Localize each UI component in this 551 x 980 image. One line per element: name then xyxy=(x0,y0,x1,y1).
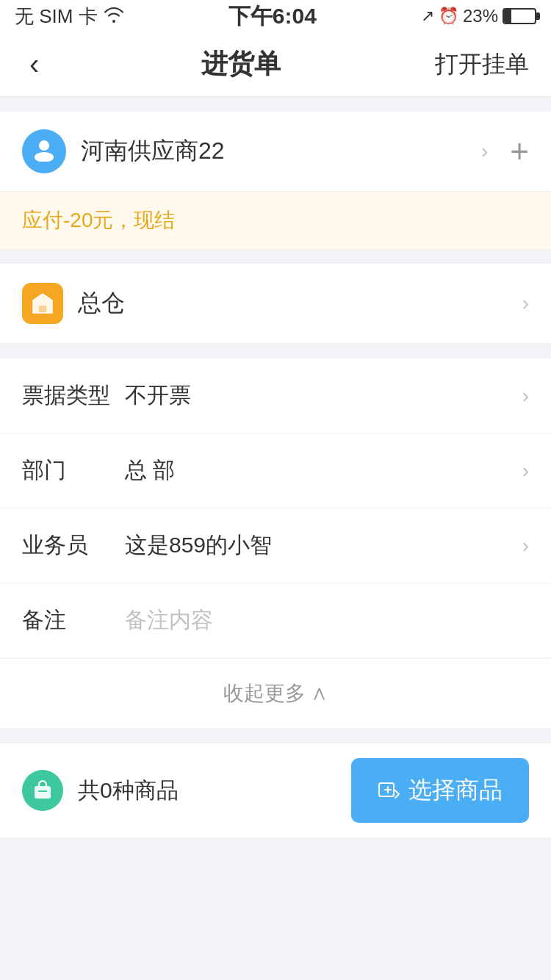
add-supplier-button[interactable]: + xyxy=(510,135,529,167)
salesperson-arrow-icon: › xyxy=(522,534,529,558)
select-product-button[interactable]: 选择商品 xyxy=(351,758,529,823)
section-divider-4 xyxy=(0,728,551,743)
department-value: 总 部 xyxy=(125,455,515,486)
open-pending-button[interactable]: 打开挂单 xyxy=(435,48,529,81)
section-divider-3 xyxy=(0,344,551,359)
remark-label: 备注 xyxy=(22,605,125,635)
department-arrow-icon: › xyxy=(522,459,529,483)
supplier-arrow-icon: › xyxy=(481,140,488,163)
warehouse-icon xyxy=(22,283,63,324)
remark-input[interactable]: 备注内容 xyxy=(125,605,529,635)
status-carrier: 无 SIM 卡 xyxy=(15,4,124,29)
product-bag-icon xyxy=(22,770,63,811)
nav-bar: ‹ 进货单 打开挂单 xyxy=(0,32,551,97)
select-product-label: 选择商品 xyxy=(408,774,503,807)
warehouse-section: 总仓 › xyxy=(0,264,551,344)
alarm-icon: ⏰ xyxy=(439,7,458,26)
status-bar: 无 SIM 卡 下午6:04 ↗ ⏰ 23% xyxy=(0,0,551,32)
warehouse-name: 总仓 xyxy=(78,287,522,320)
supplier-section: 河南供应商22 › + 应付-20元，现结 xyxy=(0,112,551,249)
warehouse-arrow-icon: › xyxy=(522,292,529,315)
salesperson-label: 业务员 xyxy=(22,530,125,561)
svg-rect-3 xyxy=(39,306,46,313)
invoice-type-label: 票据类型 xyxy=(22,381,125,411)
invoice-type-arrow-icon: › xyxy=(522,384,529,408)
avatar-icon xyxy=(31,135,57,168)
svg-point-1 xyxy=(35,152,54,162)
battery-icon xyxy=(503,8,536,24)
status-time: 下午6:04 xyxy=(228,1,317,32)
bottom-bar: 共0种商品 选择商品 xyxy=(0,743,551,837)
department-row[interactable]: 部门 总 部 › xyxy=(0,433,551,508)
notice-bar: 应付-20元，现结 xyxy=(0,192,551,249)
location-icon: ↗ xyxy=(421,7,434,26)
collapse-label: 收起更多 ∧ xyxy=(223,680,328,707)
collapse-button[interactable]: 收起更多 ∧ xyxy=(0,658,551,728)
salesperson-value: 这是859的小智 xyxy=(125,530,515,561)
svg-point-0 xyxy=(39,140,49,151)
warehouse-row[interactable]: 总仓 › xyxy=(0,264,551,344)
department-label: 部门 xyxy=(22,455,125,486)
supplier-row[interactable]: 河南供应商22 › + xyxy=(0,112,551,192)
section-divider-1 xyxy=(0,97,551,112)
back-button[interactable]: ‹ xyxy=(22,40,46,88)
status-right: ↗ ⏰ 23% xyxy=(421,6,536,26)
supplier-avatar xyxy=(22,129,66,173)
form-section: 票据类型 不开票 › 部门 总 部 › 业务员 这是859的小智 › 备注 备注… xyxy=(0,359,551,728)
remark-row[interactable]: 备注 备注内容 xyxy=(0,583,551,658)
invoice-type-row[interactable]: 票据类型 不开票 › xyxy=(0,359,551,433)
svg-rect-4 xyxy=(35,786,51,799)
product-count-text: 共0种商品 xyxy=(78,776,351,806)
supplier-name: 河南供应商22 xyxy=(81,135,481,167)
page-title: 进货单 xyxy=(201,46,281,82)
invoice-type-value: 不开票 xyxy=(125,381,515,411)
salesperson-row[interactable]: 业务员 这是859的小智 › xyxy=(0,508,551,583)
notice-text: 应付-20元，现结 xyxy=(22,209,175,231)
wifi-signal-icon xyxy=(104,5,124,28)
battery-percent: 23% xyxy=(463,6,498,26)
section-divider-2 xyxy=(0,249,551,264)
